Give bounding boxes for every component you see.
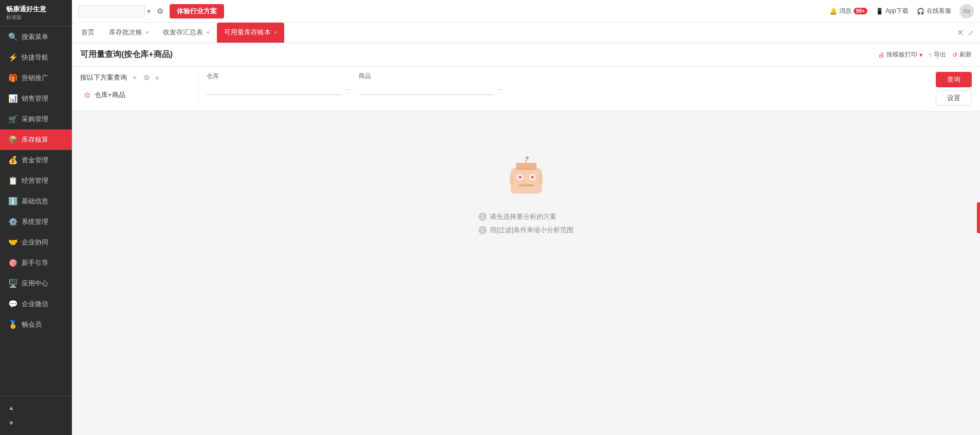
- svg-point-10: [526, 156, 529, 159]
- tab-available-close[interactable]: ×: [274, 29, 277, 35]
- search-button[interactable]: ▾: [147, 7, 151, 15]
- app-center-icon: 🖥️: [8, 279, 17, 288]
- sidebar-item-system[interactable]: ⚙️ 系统管理: [0, 212, 72, 232]
- gear-button[interactable]: ⚙: [155, 5, 165, 18]
- topbar-right: 🔔 消息 99+ 📱 App下载 🎧 在线客服 Rit: [829, 4, 974, 18]
- expand-button[interactable]: ⤢: [968, 29, 974, 37]
- warehouse-input[interactable]: [207, 83, 342, 95]
- scheme-header-label: 按以下方案查询: [80, 73, 127, 82]
- tab-home-label: 首页: [81, 28, 95, 37]
- sidebar-item-label: 营销推广: [22, 73, 48, 83]
- export-label: 导出: [934, 50, 946, 59]
- basic-info-icon: ℹ️: [8, 197, 17, 206]
- filter-product: 商品 ···: [359, 72, 503, 95]
- filter-fields: 仓库 ··· 商品 ···: [207, 72, 928, 95]
- marketing-icon: 🎁: [8, 73, 17, 83]
- avatar: Rit: [959, 4, 974, 18]
- bell-icon: 🔔: [829, 8, 837, 15]
- notifications-label: 消息: [839, 7, 852, 15]
- sidebar-nav: 🔍 搜索菜单 ⚡ 快捷导航 🎁 营销推广 📊 销售管理 🛒 采购管理 📦 库存核…: [0, 27, 72, 395]
- search-input[interactable]: [78, 5, 145, 17]
- sidebar-scroll-down[interactable]: ▼: [0, 415, 72, 431]
- sidebar-item-finance[interactable]: 💰 资金管理: [0, 150, 72, 171]
- sidebar-item-inventory[interactable]: 📦 库存核算: [0, 129, 72, 150]
- tabbar-right: ✕ ⤢: [957, 23, 978, 43]
- sales-icon: 📊: [8, 94, 17, 103]
- export-btn[interactable]: ↑ 导出: [929, 50, 946, 59]
- svg-point-4: [519, 176, 522, 179]
- sidebar-item-operations[interactable]: 📋 经营管理: [0, 171, 72, 191]
- collapse-scheme-btn[interactable]: «: [154, 72, 160, 83]
- warehouse-input-row: ···: [207, 83, 350, 95]
- sidebar: 畅康通好生意 标准版 🔍 搜索菜单 ⚡ 快捷导航 🎁 营销推广 📊 销售管理 🛒…: [0, 0, 72, 435]
- svg-rect-0: [511, 168, 542, 194]
- empty-tip-2: 2 用[过滤]条件来缩小分析范围: [478, 225, 574, 235]
- svg-line-9: [525, 159, 527, 163]
- scheme-item-warehouse[interactable]: ⊙ 仓库+商品: [80, 87, 192, 103]
- sidebar-item-label: 采购管理: [22, 115, 48, 124]
- tab-summary[interactable]: 收发存汇总表 ×: [156, 23, 216, 43]
- sidebar-item-basic-info[interactable]: ℹ️ 基础信息: [0, 191, 72, 212]
- tab-home[interactable]: 首页: [74, 23, 102, 43]
- page-content: 可用量查询(按仓库+商品) 🖨 按模板打印 ▾ ↑ 导出 ↺ 刷新: [72, 43, 980, 435]
- sidebar-item-quicknav[interactable]: ⚡ 快捷导航: [0, 47, 72, 68]
- sidebar-item-label: 应用中心: [22, 279, 48, 288]
- tab-summary-close[interactable]: ×: [206, 29, 209, 35]
- setting-button[interactable]: 设置: [936, 90, 972, 106]
- app-download-btn[interactable]: 📱 App下载: [876, 7, 909, 15]
- purchase-icon: 🛒: [8, 115, 17, 124]
- tab-available-qty[interactable]: 可用量库存账本 ×: [217, 23, 284, 43]
- print-icon: 🖨: [878, 51, 884, 59]
- empty-illustration: [501, 153, 552, 204]
- print-template-btn[interactable]: 🖨 按模板打印 ▾: [878, 50, 922, 59]
- sidebar-item-label: 销售管理: [22, 94, 48, 103]
- tab-batch-account[interactable]: 库存批次账 ×: [102, 23, 156, 43]
- notifications-btn[interactable]: 🔔 消息 99+: [829, 7, 867, 15]
- sidebar-item-marketing[interactable]: 🎁 营销推广: [0, 68, 72, 88]
- filter-warehouse: 仓库 ···: [207, 72, 350, 95]
- tip-num-1: 1: [478, 213, 487, 221]
- sidebar-item-purchase[interactable]: 🛒 采购管理: [0, 109, 72, 129]
- refresh-icon: ↺: [952, 51, 957, 59]
- quicknav-icon: ⚡: [8, 53, 17, 62]
- online-cs-btn[interactable]: 🎧 在线客服: [917, 7, 951, 15]
- sidebar-item-label: 搜索菜单: [22, 32, 48, 42]
- edit-scheme-btn[interactable]: ⚙: [142, 72, 151, 83]
- product-input[interactable]: [359, 83, 494, 95]
- tabbar: 首页 库存批次账 × 收发存汇总表 × 可用量库存账本 × ✕ ⤢: [72, 23, 980, 43]
- warehouse-more-btn[interactable]: ···: [345, 85, 350, 93]
- scroll-up-icon: ▲: [8, 404, 14, 411]
- experience-btn[interactable]: 体验行业方案: [170, 4, 224, 18]
- main-area: ▾ ⚙ 体验行业方案 🔔 消息 99+ 📱 App下载 🎧 在线客服 Rit: [72, 0, 980, 435]
- search-menu-icon: 🔍: [8, 32, 17, 42]
- product-more-btn[interactable]: ···: [497, 85, 503, 93]
- query-scheme-header: 按以下方案查询 ＋ ⚙ «: [80, 72, 192, 83]
- sidebar-item-app-center[interactable]: 🖥️ 应用中心: [0, 273, 72, 294]
- sidebar-item-enterprise[interactable]: 🤝 企业协同: [0, 232, 72, 253]
- empty-state: 1 请先选择要分析的方案 2 用[过滤]条件来缩小分析范围: [72, 111, 980, 276]
- user-menu[interactable]: Rit: [959, 4, 974, 18]
- sidebar-item-sales[interactable]: 📊 销售管理: [0, 88, 72, 109]
- print-label: 按模板打印: [886, 50, 917, 59]
- sidebar-item-guide[interactable]: 🎯 新手引导: [0, 253, 72, 273]
- sidebar-item-label: 企业微信: [22, 299, 48, 309]
- page-header: 可用量查询(按仓库+商品) 🖨 按模板打印 ▾ ↑ 导出 ↺ 刷新: [72, 43, 980, 67]
- sidebar-item-membership[interactable]: 🏅 畅会员: [0, 314, 72, 335]
- sidebar-item-label: 企业协同: [22, 238, 48, 247]
- sidebar-item-search[interactable]: 🔍 搜索菜单: [0, 27, 72, 47]
- tab-batch-close[interactable]: ×: [145, 29, 149, 35]
- phone-icon: 📱: [876, 8, 883, 15]
- sidebar-scroll-up[interactable]: ▲: [0, 400, 72, 415]
- sidebar-item-wechat[interactable]: 💬 企业微信: [0, 294, 72, 314]
- logo-title: 畅康通好生意: [6, 5, 66, 14]
- sidebar-item-label: 畅会员: [22, 320, 42, 329]
- close-tab-button[interactable]: ✕: [957, 28, 964, 37]
- membership-icon: 🏅: [8, 320, 17, 329]
- refresh-btn[interactable]: ↺ 刷新: [952, 50, 972, 59]
- sidebar-logo: 畅康通好生意 标准版: [0, 0, 72, 27]
- operations-icon: 📋: [8, 176, 17, 185]
- query-scheme-section: 按以下方案查询 ＋ ⚙ « ⊙ 仓库+商品: [80, 72, 198, 103]
- add-scheme-btn[interactable]: ＋: [130, 72, 139, 83]
- export-icon: ↑: [929, 51, 932, 59]
- query-button[interactable]: 查询: [936, 72, 972, 87]
